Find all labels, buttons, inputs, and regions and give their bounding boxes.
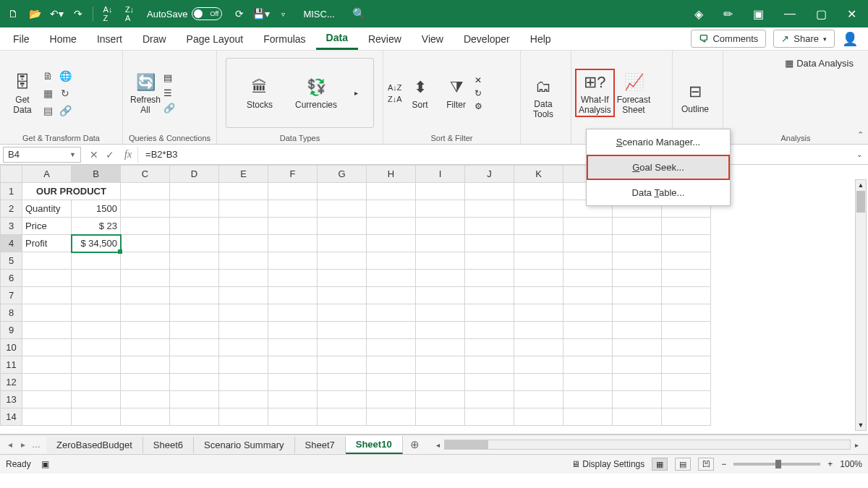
cell[interactable]	[268, 270, 318, 287]
sheet-nav-prev-icon[interactable]: ▸	[17, 440, 29, 450]
cell[interactable]	[563, 374, 613, 391]
cell[interactable]	[416, 200, 465, 218]
cell[interactable]	[662, 270, 711, 287]
scroll-thumb[interactable]	[856, 191, 865, 213]
cell[interactable]	[72, 252, 121, 270]
cell[interactable]	[219, 391, 268, 408]
save-icon[interactable]: 💾▾	[252, 5, 270, 22]
cell[interactable]	[121, 183, 170, 200]
column-header[interactable]: H	[367, 166, 416, 183]
cell[interactable]	[416, 374, 465, 391]
cell[interactable]	[268, 356, 318, 374]
cell[interactable]	[514, 304, 563, 322]
cell[interactable]	[662, 339, 711, 356]
cell[interactable]	[514, 356, 563, 374]
column-header[interactable]: K	[514, 166, 563, 183]
cell[interactable]	[22, 270, 72, 287]
cell[interactable]: Profit	[22, 235, 72, 252]
cell[interactable]	[613, 408, 662, 426]
tab-review[interactable]: Review	[358, 29, 412, 49]
cell[interactable]	[318, 218, 367, 235]
cell[interactable]: Quantity	[22, 200, 72, 218]
cell[interactable]	[72, 374, 121, 391]
open-file-icon[interactable]: 📂	[26, 5, 43, 22]
cancel-formula-icon[interactable]: ✕	[90, 149, 98, 160]
scroll-up-icon[interactable]: ▲	[856, 180, 866, 190]
cell[interactable]	[318, 252, 367, 270]
cell[interactable]	[170, 270, 219, 287]
forecast-sheet-button[interactable]: 📈 Forecast Sheet	[614, 69, 654, 117]
cell[interactable]	[416, 183, 465, 200]
cell[interactable]	[367, 322, 416, 339]
zoom-out-icon[interactable]: −	[721, 459, 726, 469]
share-button[interactable]: ↗ Share ▾	[773, 30, 835, 48]
cell[interactable]	[219, 322, 268, 339]
chevron-down-icon[interactable]: ▼	[69, 151, 76, 158]
account-icon[interactable]: 👤	[842, 31, 858, 47]
cell[interactable]	[563, 322, 613, 339]
column-header[interactable]: J	[465, 166, 514, 183]
cell[interactable]	[170, 374, 219, 391]
horizontal-scrollbar[interactable]: ◂ ▸	[433, 440, 862, 450]
comments-button[interactable]: 🗨 Comments	[691, 30, 766, 48]
from-table-icon[interactable]: ▦	[41, 86, 55, 100]
cell[interactable]	[22, 356, 72, 374]
cell[interactable]	[416, 270, 465, 287]
reapply-icon[interactable]: ↻	[475, 88, 482, 98]
cell[interactable]	[219, 339, 268, 356]
cell[interactable]	[318, 408, 367, 426]
cell[interactable]	[563, 391, 613, 408]
cell[interactable]	[318, 200, 367, 218]
cell[interactable]	[72, 270, 121, 287]
row-header[interactable]: 14	[1, 408, 22, 426]
cell[interactable]	[367, 408, 416, 426]
fx-icon[interactable]: fx	[124, 149, 132, 160]
display-settings-button[interactable]: 🖥 Display Settings	[571, 459, 644, 469]
zoom-level[interactable]: 100%	[840, 459, 862, 469]
cell[interactable]: OUR PRODUCT	[22, 183, 121, 200]
redo-icon[interactable]: ↷	[69, 5, 87, 22]
cell[interactable]	[563, 287, 613, 304]
cell[interactable]	[170, 391, 219, 408]
row-header[interactable]: 6	[1, 270, 22, 287]
cell[interactable]	[22, 252, 72, 270]
tab-formulas[interactable]: Formulas	[253, 29, 315, 49]
cell[interactable]	[662, 287, 711, 304]
cell[interactable]	[268, 235, 318, 252]
cell[interactable]	[514, 391, 563, 408]
cell[interactable]	[514, 252, 563, 270]
cell[interactable]	[613, 235, 662, 252]
sync-icon[interactable]: ⟳	[231, 5, 248, 22]
datatype-more-icon[interactable]: ▸	[354, 89, 358, 97]
autosave-toggle[interactable]: AutoSave Off	[147, 7, 222, 20]
cell[interactable]	[121, 287, 170, 304]
cell[interactable]	[268, 287, 318, 304]
cell[interactable]	[416, 287, 465, 304]
new-file-icon[interactable]: 🗋	[4, 5, 22, 22]
cell[interactable]	[170, 218, 219, 235]
cell[interactable]	[318, 270, 367, 287]
cell[interactable]	[121, 235, 170, 252]
row-header[interactable]: 13	[1, 391, 22, 408]
cell[interactable]	[662, 391, 711, 408]
edit-links-icon[interactable]: 🔗	[163, 103, 175, 114]
cell[interactable]	[613, 322, 662, 339]
queries-icon[interactable]: ▤	[163, 72, 175, 83]
tab-data[interactable]: Data	[316, 27, 358, 50]
view-page-break-icon[interactable]: 凹	[698, 458, 714, 471]
cell[interactable]	[367, 374, 416, 391]
cell[interactable]	[367, 200, 416, 218]
get-data-button[interactable]: 🗄 Get Data	[4, 69, 41, 117]
cell[interactable]	[170, 235, 219, 252]
row-header[interactable]: 11	[1, 356, 22, 374]
cell[interactable]	[219, 287, 268, 304]
cell[interactable]	[219, 218, 268, 235]
dropdown-goal-seek[interactable]: Goal Seek...	[587, 155, 730, 180]
cell[interactable]	[22, 374, 72, 391]
sort-asc-icon[interactable]: A↓Z	[99, 5, 116, 22]
cell[interactable]	[22, 287, 72, 304]
close-icon[interactable]: ✕	[847, 7, 856, 21]
row-header[interactable]: 12	[1, 374, 22, 391]
cell[interactable]	[367, 183, 416, 200]
cell[interactable]	[514, 287, 563, 304]
